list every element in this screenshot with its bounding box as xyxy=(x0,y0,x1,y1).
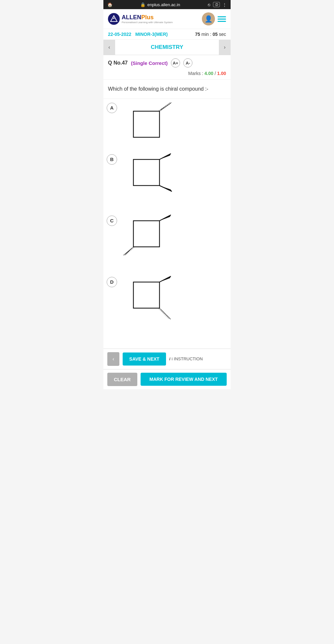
back-button[interactable]: ‹ xyxy=(107,352,119,366)
question-text: Which of the following is chiral compoun… xyxy=(108,86,208,92)
option-c-content xyxy=(120,214,227,266)
chevron-left-icon: ‹ xyxy=(108,44,110,50)
option-a-structure xyxy=(120,101,179,144)
option-a-circle: A xyxy=(107,103,117,113)
question-type: (Single Correct) xyxy=(131,60,168,66)
logo-area: ALLENPlus Personalised Learning with Ult… xyxy=(108,13,173,25)
svg-line-30 xyxy=(159,309,169,319)
chevron-right-icon: › xyxy=(224,44,225,50)
option-b-circle: B xyxy=(107,154,117,165)
mark-review-button[interactable]: MARK FOR REVIEW AND NEXT xyxy=(141,373,227,386)
d-badge: :D xyxy=(213,2,220,7)
font-decrease-button[interactable]: A- xyxy=(183,58,192,67)
more-menu-icon[interactable]: ⋮ xyxy=(222,2,227,7)
option-c-circle: C xyxy=(107,216,117,226)
question-body: Which of the following is chiral compoun… xyxy=(103,80,231,99)
svg-rect-26 xyxy=(133,282,159,308)
exam-name: MINOR-3(MER) xyxy=(135,32,168,37)
option-a-content xyxy=(120,101,227,144)
font-increase-button[interactable]: A+ xyxy=(171,58,180,67)
svg-line-28 xyxy=(159,276,171,282)
option-d[interactable]: D xyxy=(107,276,227,334)
svg-line-13 xyxy=(159,154,171,159)
app-header: ALLENPlus Personalised Learning with Ult… xyxy=(103,9,231,29)
svg-rect-11 xyxy=(133,159,159,186)
svg-line-22 xyxy=(130,248,132,250)
timer-sec: 05 xyxy=(213,32,218,37)
subject-nav: ‹ CHEMISTRY › xyxy=(103,40,231,55)
share-icon[interactable]: ⎋ xyxy=(208,2,210,7)
option-b[interactable]: B xyxy=(107,153,227,205)
back-icon: ‹ xyxy=(113,356,114,362)
info-icon: i xyxy=(169,356,171,361)
question-number: Q No.47 xyxy=(108,60,128,66)
svg-rect-2 xyxy=(133,111,159,137)
timer-min: 75 xyxy=(195,32,200,37)
svg-rect-16 xyxy=(133,221,159,247)
logo-subtitle: Personalised Learning with Ultimate Syst… xyxy=(122,21,173,24)
avatar: 👤 xyxy=(202,12,215,25)
svg-point-1 xyxy=(113,18,114,19)
option-c[interactable]: C xyxy=(107,214,227,266)
instruction-button[interactable]: i i INSTRUCTION xyxy=(169,356,203,361)
prev-subject-button[interactable]: ‹ xyxy=(103,40,115,55)
question-header: Q No.47 (Single Correct) A+ A- Marks : 4… xyxy=(103,55,231,80)
timer: 75 min : 05 sec xyxy=(195,32,226,37)
url-text: enplus.allen.ac.in xyxy=(147,2,180,7)
status-bar: 🏠 🔒 enplus.allen.ac.in ⎋ :D ⋮ xyxy=(103,0,231,9)
subheader-left: 22-05-2022 MINOR-3(MER) xyxy=(108,32,168,37)
logo-title: ALLENPlus xyxy=(122,14,173,21)
svg-line-33 xyxy=(163,311,165,313)
options-container: A B xyxy=(103,99,231,349)
instruction-label: i INSTRUCTION xyxy=(172,356,203,361)
next-subject-button[interactable]: › xyxy=(219,40,231,55)
option-d-circle: D xyxy=(107,277,117,287)
subheader: 22-05-2022 MINOR-3(MER) 75 min : 05 sec xyxy=(103,29,231,40)
header-right: 👤 xyxy=(202,12,226,25)
bottom-bar-2: CLEAR MARK FOR REVIEW AND NEXT xyxy=(103,369,231,389)
subject-title: CHEMISTRY xyxy=(115,40,219,54)
logo-text: ALLENPlus Personalised Learning with Ult… xyxy=(122,14,173,24)
bottom-bar: ‹ SAVE & NEXT i i INSTRUCTION xyxy=(103,349,231,369)
option-c-structure xyxy=(120,214,179,266)
save-next-button[interactable]: SAVE & NEXT xyxy=(123,352,166,366)
option-b-content xyxy=(120,153,227,205)
logo-icon xyxy=(108,13,120,25)
option-b-structure xyxy=(120,153,179,205)
exam-date: 22-05-2022 xyxy=(108,32,131,37)
clear-button[interactable]: CLEAR xyxy=(107,373,137,386)
option-d-content xyxy=(120,276,227,334)
hamburger-menu[interactable] xyxy=(218,16,226,22)
marks-info: Marks : 4.00 / 1.00 xyxy=(188,71,226,76)
svg-line-18 xyxy=(159,215,171,221)
option-a[interactable]: A xyxy=(107,101,227,144)
lock-icon: 🔒 xyxy=(140,2,145,7)
svg-line-15 xyxy=(159,186,172,191)
home-icon: 🏠 xyxy=(107,2,113,7)
option-d-structure xyxy=(120,276,186,334)
svg-line-32 xyxy=(161,309,163,311)
status-icons: ⎋ :D ⋮ xyxy=(208,2,227,7)
svg-line-36 xyxy=(169,317,171,319)
url-bar[interactable]: 🔒 enplus.allen.ac.in xyxy=(113,2,208,7)
svg-line-4 xyxy=(159,102,170,111)
